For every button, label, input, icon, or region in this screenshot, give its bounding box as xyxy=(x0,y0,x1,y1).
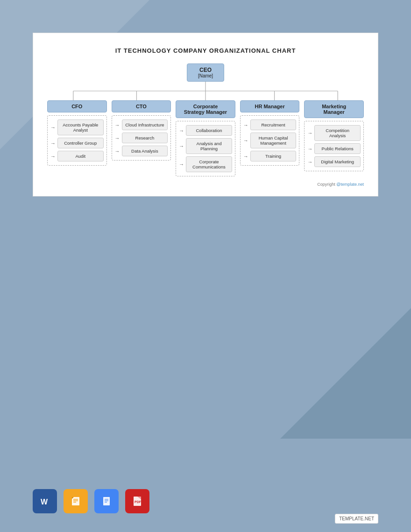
dept-title-cto: CTO xyxy=(136,104,147,109)
ceo-sub: [Name] xyxy=(194,73,217,78)
svg-rect-16 xyxy=(103,497,110,505)
dept-box-hrm: HR Manager xyxy=(240,100,300,112)
sub-item-mm-2: → Public Relations xyxy=(307,143,361,154)
sub-box-mm-1: Competition Analysis xyxy=(314,125,361,141)
dept-title-cfo: CFO xyxy=(71,104,82,109)
sub-container-cto: → Cloud Infrastructure → Research → Data… xyxy=(112,115,171,161)
sub-box-mm-2: Public Relations xyxy=(314,143,361,154)
arrow-icon: → xyxy=(115,135,120,141)
pages-icon[interactable] xyxy=(64,489,88,513)
ceo-label: CEO xyxy=(194,67,217,73)
sub-item-mm-1: → Competition Analysis xyxy=(307,125,361,141)
sub-box-mm-3: Digital Marketing xyxy=(314,156,361,167)
sub-item-cfo-2: → Controller Group xyxy=(50,138,104,148)
department-row: CFO → Accounts Payable Analyst → Control… xyxy=(47,100,364,176)
template-badge-text: TEMPLATE.NET xyxy=(339,516,374,521)
sub-item-cto-2: → Research xyxy=(115,133,168,143)
sub-box-cto-3: Data Analysis xyxy=(122,146,168,156)
dept-col-hrm: HR Manager → Recruitment → Human Capital… xyxy=(240,100,300,176)
copyright-link: @template.net xyxy=(336,182,364,187)
ceo-box: CEO [Name] xyxy=(187,63,224,82)
arrow-icon: → xyxy=(307,146,312,152)
pages-icon-svg xyxy=(69,495,82,508)
sub-container-mm: → Competition Analysis → Public Relation… xyxy=(304,121,364,171)
arrow-icon: → xyxy=(115,122,120,128)
arrow-icon: → xyxy=(243,154,248,159)
sub-box-cfo-2: Controller Group xyxy=(57,138,104,148)
dept-title-hrm: HR Manager xyxy=(255,104,284,109)
sub-box-csm-3: Corporate Communications xyxy=(186,156,232,172)
pdf-icon-svg: PDF xyxy=(131,495,144,508)
sub-box-cto-2: Research xyxy=(122,133,168,143)
sub-box-csm-1: Collaboration xyxy=(186,125,232,136)
sub-box-hrm-3: Training xyxy=(250,151,297,161)
word-icon-svg: W xyxy=(38,495,51,508)
arrow-icon: → xyxy=(179,143,184,149)
dept-title-csm: Corporate Strategy Manager xyxy=(184,104,227,115)
sub-item-cto-1: → Cloud Infrastructure xyxy=(115,119,168,130)
ceo-row: CEO [Name] xyxy=(47,63,364,82)
main-card: IT TECHNOLOGY COMPANY ORGANIZATIONAL CHA… xyxy=(33,33,378,196)
arrow-icon: → xyxy=(243,138,248,143)
arrow-icon: → xyxy=(50,140,56,146)
arrow-icon: → xyxy=(243,122,248,128)
chart-title: IT TECHNOLOGY COMPANY ORGANIZATIONAL CHA… xyxy=(47,47,364,54)
sub-box-cfo-3: Audit xyxy=(57,151,104,161)
sub-box-cfo-1: Accounts Payable Analyst xyxy=(57,119,104,135)
sub-item-mm-3: → Digital Marketing xyxy=(307,156,361,167)
arrow-icon: → xyxy=(50,154,56,159)
svg-text:W: W xyxy=(41,498,48,506)
arrow-icon: → xyxy=(179,161,184,167)
dept-col-cto: CTO → Cloud Infrastructure → Research → … xyxy=(112,100,171,176)
svg-text:PDF: PDF xyxy=(135,500,142,504)
dept-box-cfo: CFO xyxy=(47,100,107,112)
sub-container-csm: → Collaboration → Analysis and Planning … xyxy=(176,121,235,176)
arrow-icon: → xyxy=(307,130,312,136)
sub-item-hrm-1: → Recruitment xyxy=(243,119,297,130)
sub-item-hrm-3: → Training xyxy=(243,151,297,161)
dept-box-cto: CTO xyxy=(112,100,171,112)
sub-box-csm-2: Analysis and Planning xyxy=(186,138,232,154)
arrow-icon: → xyxy=(115,148,120,154)
sub-container-hrm: → Recruitment → Human Capital Management… xyxy=(240,115,300,166)
pdf-icon[interactable]: PDF xyxy=(125,489,149,513)
arrow-icon: → xyxy=(179,128,184,133)
sub-item-cfo-1: → Accounts Payable Analyst xyxy=(50,119,104,135)
arrow-icon: → xyxy=(50,125,56,130)
dept-col-mm: Marketing Manager → Competition Analysis… xyxy=(304,100,364,176)
sub-item-hrm-2: → Human Capital Management xyxy=(243,133,297,148)
sub-item-csm-1: → Collaboration xyxy=(179,125,232,136)
copyright-text: Copyright @template.net xyxy=(47,182,364,187)
dept-title-mm: Marketing Manager xyxy=(322,104,346,115)
connector-svg xyxy=(47,82,364,100)
svg-rect-10 xyxy=(72,497,79,505)
bottom-icons-row: W PDF xyxy=(33,489,149,513)
sub-item-csm-3: → Corporate Communications xyxy=(179,156,232,172)
template-badge: TEMPLATE.NET xyxy=(335,514,378,524)
sub-container-cfo: → Accounts Payable Analyst → Controller … xyxy=(47,115,107,166)
dept-col-cfo: CFO → Accounts Payable Analyst → Control… xyxy=(47,100,107,176)
dept-col-csm: Corporate Strategy Manager → Collaborati… xyxy=(176,100,235,176)
docs-icon-svg xyxy=(100,495,113,508)
docs-icon[interactable] xyxy=(94,489,119,513)
arrow-icon: → xyxy=(307,159,312,165)
sub-item-cto-3: → Data Analysis xyxy=(115,146,168,156)
word-icon[interactable]: W xyxy=(33,489,57,513)
sub-item-csm-2: → Analysis and Planning xyxy=(179,138,232,154)
sub-item-cfo-3: → Audit xyxy=(50,151,104,161)
bg-decoration-2 xyxy=(280,308,411,439)
sub-box-hrm-2: Human Capital Management xyxy=(250,133,297,148)
dept-box-csm: Corporate Strategy Manager xyxy=(176,100,235,118)
dept-box-mm: Marketing Manager xyxy=(304,100,364,118)
sub-box-hrm-1: Recruitment xyxy=(250,119,297,130)
sub-box-cto-1: Cloud Infrastructure xyxy=(122,119,168,130)
